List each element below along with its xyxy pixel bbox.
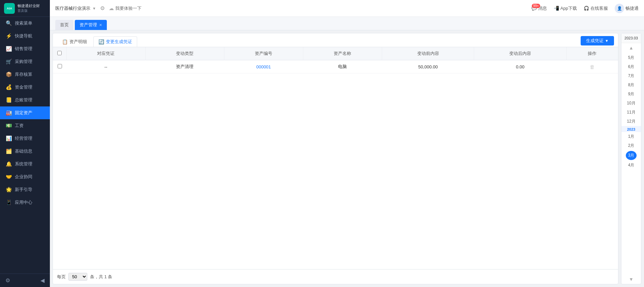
company-name: 医疗器械行业演示 [55,5,90,11]
sidebar-item-guide[interactable]: 🌟新手引导 [0,183,50,196]
subtab-change-voucher[interactable]: 🔄变更生成凭证 [93,36,137,47]
nav-icon-guide: 🌟 [5,187,12,193]
month-item[interactable]: 9月 [621,90,641,99]
topbar-item-app-download[interactable]: 📲App下载 [554,5,577,11]
sidebar-item-enterprise[interactable]: 🤝企业协同 [0,170,50,183]
col-header-operation: 操作 [566,47,618,60]
delete-icon[interactable]: 🗑 [590,64,595,70]
month-item[interactable]: 1月 [621,132,641,141]
sidebar-label-operations: 经营管理 [15,135,32,141]
topbar-item-messages[interactable]: 💬99+消息 [531,5,547,11]
topbar-item-online-support[interactable]: 🎧在线客服 [584,5,608,11]
row-before-change: 50,000.00 [382,60,474,73]
tab-label: 首页 [60,22,69,27]
sidebar-item-salary[interactable]: 💵工资 [0,119,50,132]
select-all-checkbox[interactable] [57,51,62,55]
tab-close-icon[interactable]: ✕ [99,23,102,27]
sidebar-item-inventory[interactable]: 📦库存核算 [0,68,50,81]
sidebar-item-sales[interactable]: 📈销售管理 [0,42,50,55]
sidebar-item-capital[interactable]: 💰资金管理 [0,81,50,94]
sidebar-label-quick-nav: 快捷导航 [15,33,32,39]
col-header-before-change: 变动前内容 [382,47,474,60]
row-checkbox[interactable] [58,64,62,68]
col-header-voucher: 对应凭证 [66,47,145,60]
month-item[interactable]: 2月 [621,141,641,150]
table-row: -- 资产清理 000001 电脑 50,000.00 0.00 🗑 [53,60,618,73]
sidebar-nav: 🔍搜索菜单⚡快捷导航📈销售管理🛒采购管理📦库存核算💰资金管理📒总账管理🏭固定资产… [0,17,50,274]
nav-icon-basic-info: 🗂️ [5,148,12,154]
cloud-icon: ☁ [109,5,114,11]
month-item[interactable]: 8月 [621,81,641,90]
main-content-panel: 📋资产明细🔄变更生成凭证 生成凭证 ▼ 对应凭证变动类型资产编号资产名称变动前内… [53,33,618,284]
nav-icon-purchase: 🛒 [5,59,12,65]
tab-label: 资产管理 [80,22,97,27]
main-area: 医疗器械行业演示 ▼ ⚙ ☁ 我要体验一下 💬99+消息📲App下载🎧在线客服👤… [50,0,644,287]
settings-icon[interactable]: ⚙ [5,277,10,284]
settings-icon[interactable]: ⚙ [100,5,105,11]
nav-icon-salary: 💵 [5,123,12,129]
user-name: 畅捷通 [625,5,639,11]
subtab-label-change-voucher: 变更生成凭证 [106,39,132,45]
asset-table-wrapper: 对应凭证变动类型资产编号资产名称变动前内容变动后内容操作 -- 资产清理 000… [53,47,618,269]
generate-voucher-label: 生成凭证 [586,38,604,44]
month-item[interactable]: 3月 [626,151,637,160]
subtab-label-asset-detail: 资产明细 [69,39,87,45]
sidebar-item-purchase[interactable]: 🛒采购管理 [0,55,50,68]
topbar-item-user[interactable]: 👤畅捷通 [615,4,639,13]
row-voucher: -- [66,60,145,73]
row-checkbox-cell [53,60,66,73]
nav-icon-enterprise: 🤝 [5,174,12,180]
icon-app-download: 📲 [554,6,559,11]
pagination: 每页 102050100 条，共 1 条 [53,269,618,284]
per-page-select[interactable]: 102050100 [68,273,87,281]
generate-voucher-button[interactable]: 生成凭证 ▼ [581,36,614,45]
content-area: 📋资产明细🔄变更生成凭证 生成凭证 ▼ 对应凭证变动类型资产编号资产名称变动前内… [50,30,644,287]
scroll-up-icon[interactable]: ▲ [628,44,634,51]
nav-icon-inventory: 📦 [5,71,12,77]
col-header-asset-code: 资产编号 [224,47,303,60]
sidebar-label-app-center: 应用中心 [15,199,32,205]
experience-button[interactable]: ☁ 我要体验一下 [109,5,142,11]
sidebar-item-ledger[interactable]: 📒总账管理 [0,94,50,106]
per-page-label: 每页 [57,274,66,280]
month-item[interactable]: 5月 [621,53,641,62]
sidebar-item-operations[interactable]: 📊经营管理 [0,132,50,145]
subtab-icon-change-voucher: 🔄 [98,39,104,44]
month-item[interactable]: 7月 [621,71,641,81]
avatar: 👤 [615,4,624,13]
sidebar-label-search-menu: 搜索菜单 [15,20,32,26]
logo-sub: 普及版 [18,8,40,13]
dropdown-arrow-icon: ▼ [605,39,609,43]
sidebar-item-app-center[interactable]: 📱应用中心 [0,196,50,209]
sidebar-item-fixed-assets[interactable]: 🏭固定资产 [0,106,50,119]
total-count: 条，共 1 条 [90,274,112,280]
nav-icon-sales: 📈 [5,46,12,52]
sidebar-item-system[interactable]: 🔔系统管理 [0,158,50,170]
nav-icon-app-center: 📱 [5,199,12,205]
tab-home[interactable]: 首页 [55,20,73,30]
month-item[interactable]: 10月 [621,99,641,108]
sidebar-item-quick-nav[interactable]: ⚡快捷导航 [0,30,50,42]
sidebar-label-system: 系统管理 [15,161,32,167]
date-panel-up-controls: ▲ [621,43,641,53]
scroll-down-icon[interactable]: ▼ [628,276,634,283]
month-item[interactable]: 11月 [621,108,641,117]
sidebar-item-basic-info[interactable]: 🗂️基础信息 [0,145,50,158]
row-asset-code: 000001 [224,60,303,73]
label-app-download: App下载 [560,5,577,11]
tab-asset-mgmt[interactable]: 资产管理✕ [75,20,107,30]
sidebar-item-search-menu[interactable]: 🔍搜索菜单 [0,17,50,30]
month-item[interactable]: 4月 [621,161,641,170]
month-item[interactable]: 6月 [621,62,641,71]
sidebar-label-guide: 新手引导 [15,187,32,193]
company-selector[interactable]: 医疗器械行业演示 ▼ [55,5,96,11]
month-item[interactable]: 12月 [621,117,641,126]
sidebar-label-purchase: 采购管理 [15,59,32,65]
subtab-asset-detail[interactable]: 📋资产明细 [57,36,92,47]
row-asset-name: 电脑 [303,60,382,73]
col-header-asset-name: 资产名称 [303,47,382,60]
logo-icon: AtA [4,3,15,14]
app-logo: AtA 畅捷通好业财 普及版 [0,0,50,17]
sidebar-label-capital: 资金管理 [15,84,32,90]
collapse-icon[interactable]: ◀ [40,277,44,284]
